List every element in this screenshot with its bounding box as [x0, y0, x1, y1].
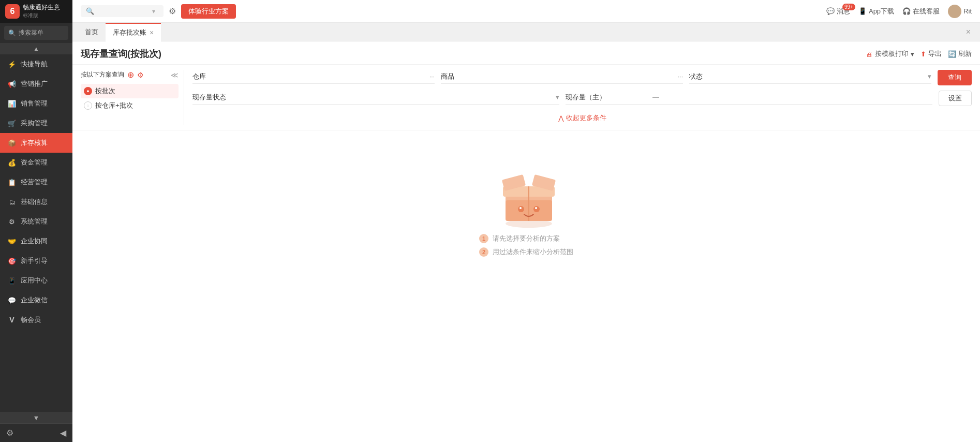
sidebar-item-label: 企业微信: [21, 296, 48, 305]
sidebar-item-label: 应用中心: [21, 276, 48, 285]
stock-amount-min[interactable]: [609, 93, 650, 101]
scroll-up-btn[interactable]: ▲: [0, 43, 72, 54]
user-area[interactable]: Rit: [948, 5, 972, 18]
sidebar-item-operations[interactable]: 📋 经营管理: [0, 172, 72, 192]
filter-add-btn[interactable]: ⊕: [127, 70, 134, 80]
settings-btn[interactable]: 设置: [939, 91, 972, 106]
topbar-search-area[interactable]: 🔍 ▾: [81, 5, 164, 17]
sidebar-item-basics[interactable]: 🗂 基础信息: [0, 192, 72, 212]
tabs-bar: 首页 库存批次账 × ×: [72, 23, 980, 41]
topbar-actions: 💬 消息 99+ 📱 App下载 🎧 在线客服 Rit: [826, 5, 972, 18]
tab-close-btn[interactable]: ×: [150, 28, 154, 37]
empty-state: 1 请先选择要分析的方案 2 用过滤条件来缩小分析范围: [72, 130, 980, 298]
collapse-label: 收起更多条件: [566, 113, 606, 123]
sidebar-item-label: 快捷导航: [21, 60, 48, 69]
service-icon: 🎧: [902, 7, 911, 15]
sidebar-item-label: 基础信息: [21, 197, 48, 207]
finance-icon: 💰: [7, 158, 17, 167]
tab-inventory-batch[interactable]: 库存批次账 ×: [106, 23, 161, 41]
sidebar-header: 6 畅康通好生意 标准版: [0, 0, 72, 23]
tab-inventory-batch-label: 库存批次账: [113, 28, 146, 37]
sidebar-item-system[interactable]: ⚙ 系统管理: [0, 212, 72, 231]
stock-status-label: 现存量状态: [192, 93, 226, 102]
filter-stock-status[interactable]: 现存量状态 ▾: [192, 93, 559, 105]
avatar: [948, 5, 961, 18]
header-actions: 🖨 按模板打印 ▾ ⬆ 导出 🔄 刷新: [866, 49, 972, 58]
purchase-icon: 🛒: [7, 119, 17, 128]
marketing-icon: 📢: [7, 79, 17, 89]
filter-setting-btn[interactable]: ⚙: [137, 71, 144, 79]
sidebar-item-label: 库存核算: [21, 138, 48, 148]
query-btn[interactable]: 查询: [938, 70, 972, 85]
sidebar-item-inventory[interactable]: 📦 库存核算: [0, 133, 72, 153]
experience-btn[interactable]: 体验行业方案: [181, 4, 236, 19]
collapse-more-btn[interactable]: ⋀ 收起更多条件: [192, 111, 972, 125]
sidebar-item-label: 系统管理: [21, 217, 48, 226]
sidebar-item-sales[interactable]: 📊 销售管理: [0, 94, 72, 113]
hint-2: 2 用过滤条件来缩小分析范围: [479, 247, 573, 257]
filter-product: 商品 ···: [441, 72, 683, 84]
product-input[interactable]: [457, 72, 678, 80]
warehouse-more-btn[interactable]: ···: [429, 73, 435, 80]
footer-collapse-icon[interactable]: ◀: [60, 428, 66, 438]
edition-label: 标准版: [23, 12, 60, 19]
stock-amount-max[interactable]: [661, 93, 703, 101]
sidebar-item-enterprise[interactable]: 🤝 企业协同: [0, 231, 72, 251]
sidebar-search[interactable]: 🔍 搜索菜单: [4, 26, 68, 40]
sidebar: 6 畅康通好生意 标准版 🔍 搜索菜单 ▲ ⚡ 快捷导航 📢 营销推广 📊 销售…: [0, 0, 72, 442]
message-icon: 💬: [826, 7, 835, 15]
topbar-settings-icon[interactable]: ⚙: [169, 6, 176, 16]
hint-text-2: 用过滤条件来缩小分析范围: [493, 247, 573, 257]
print-template-btn[interactable]: 🖨 按模板打印 ▾: [866, 49, 914, 58]
sidebar-item-label: 采购管理: [21, 119, 48, 128]
filter-row-1: 仓库 ··· 商品 ··· 状态 ▾ 查询: [192, 70, 972, 85]
sidebar-item-purchase[interactable]: 🛒 采购管理: [0, 113, 72, 133]
filter-collapse-btn[interactable]: ≪: [171, 71, 179, 79]
sidebar-item-finance[interactable]: 💰 资金管理: [0, 153, 72, 172]
export-icon: ⬆: [920, 50, 926, 58]
topbar-search-icon: 🔍: [86, 7, 94, 15]
product-label: 商品: [441, 72, 454, 81]
tab-home-label: 首页: [85, 27, 98, 37]
messages-btn[interactable]: 💬 消息 99+: [826, 7, 850, 16]
print-dropdown-icon[interactable]: ▾: [911, 50, 914, 58]
sidebar-item-quick-nav[interactable]: ⚡ 快捷导航: [0, 54, 72, 74]
topbar-dropdown-icon[interactable]: ▾: [152, 8, 155, 15]
scheme-by-batch[interactable]: ● 按批次: [81, 84, 179, 98]
empty-illustration: [495, 172, 557, 224]
tab-home[interactable]: 首页: [78, 23, 106, 41]
refresh-btn[interactable]: 🔄 刷新: [948, 49, 972, 58]
product-more-btn[interactable]: ···: [678, 73, 683, 80]
online-service-label: 在线客服: [913, 7, 940, 16]
online-service-btn[interactable]: 🎧 在线客服: [902, 7, 940, 16]
app-download-icon: 📱: [858, 7, 867, 15]
sidebar-item-guide[interactable]: 🎯 新手引导: [0, 251, 72, 271]
warehouse-input[interactable]: [209, 72, 429, 80]
status-arrow[interactable]: ▾: [928, 72, 931, 80]
sales-icon: 📊: [7, 99, 17, 108]
operations-icon: 📋: [7, 178, 17, 187]
page-header: 现存量查询(按批次) 🖨 按模板打印 ▾ ⬆ 导出 🔄 刷新: [72, 41, 980, 65]
footer-settings-icon[interactable]: ⚙: [6, 428, 13, 438]
scheme-by-warehouse-batch[interactable]: ○ 按仓库+批次: [81, 98, 179, 113]
scheme-icon: ○: [84, 101, 92, 110]
sidebar-item-marketing[interactable]: 📢 营销推广: [0, 74, 72, 94]
inventory-icon: 📦: [7, 138, 17, 148]
app-download-btn[interactable]: 📱 App下载: [858, 7, 894, 16]
tabs-close-all-btn[interactable]: ×: [962, 27, 975, 37]
sidebar-item-member[interactable]: V 畅会员: [0, 310, 72, 330]
export-btn[interactable]: ⬆ 导出: [920, 49, 942, 58]
main-area: 🔍 ▾ ⚙ 体验行业方案 💬 消息 99+ 📱 App下载 🎧 在线客服 R: [72, 0, 980, 442]
search-label: 搜索菜单: [19, 28, 43, 37]
hint-num-2: 2: [479, 247, 488, 257]
topbar-search-input[interactable]: [97, 8, 149, 15]
wechat-icon: 💬: [7, 296, 17, 305]
hint-num-1: 1: [479, 234, 488, 243]
sidebar-item-wechat[interactable]: 💬 企业微信: [0, 290, 72, 310]
quick-nav-icon: ⚡: [7, 60, 17, 69]
filter-status[interactable]: 状态 ▾: [689, 72, 931, 84]
range-separator: —: [652, 93, 659, 101]
scroll-down-btn[interactable]: ▼: [0, 412, 72, 423]
stock-status-arrow[interactable]: ▾: [556, 93, 559, 101]
sidebar-item-app-center[interactable]: 📱 应用中心: [0, 271, 72, 290]
